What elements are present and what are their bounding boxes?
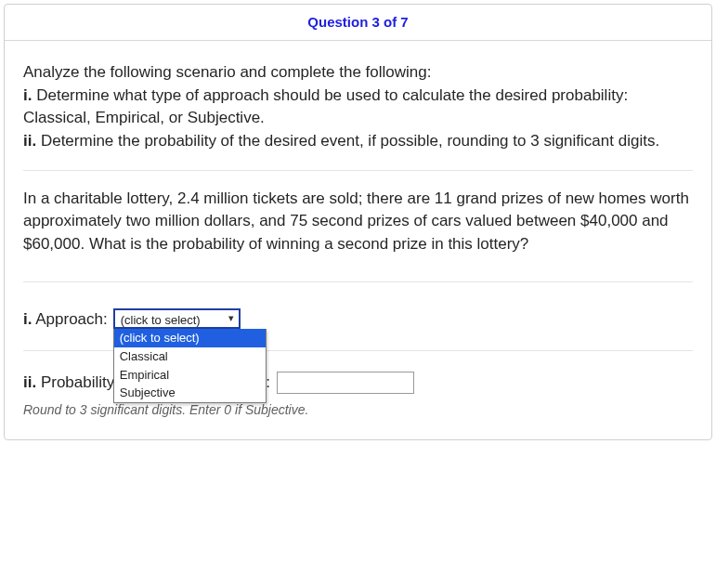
dropdown-option-empirical[interactable]: Empirical [114,366,266,385]
item-i-text: Determine what type of approach should b… [23,86,628,127]
instruction-item-i: i. Determine what type of approach shoul… [23,85,693,130]
instructions-intro: Analyze the following scenario and compl… [23,61,693,85]
approach-row: i. Approach: (click to select) ▾ (click … [23,308,693,332]
probability-input[interactable] [277,372,414,394]
dropdown-option-subjective[interactable]: Subjective [114,384,266,402]
probability-ii-label: ii. [23,373,36,391]
question-content: Analyze the following scenario and compl… [5,41,711,439]
item-ii-text: Determine the probability of the desired… [36,132,659,150]
dropdown-option-classical[interactable]: Classical [114,347,266,366]
chevron-down-icon: ▾ [228,312,234,327]
item-ii-label: ii. [23,132,36,150]
question-container: Question 3 of 7 Analyze the following sc… [4,4,712,440]
approach-select-value: (click to select) [121,313,201,327]
question-header: Question 3 of 7 [5,5,711,41]
instruction-item-ii: ii. Determine the probability of the des… [23,130,693,153]
approach-select-wrap: (click to select) ▾ (click to select) Cl… [113,308,241,329]
question-title: Question 3 of 7 [307,14,408,30]
scenario-text: In a charitable lottery, 2.4 million tic… [23,188,693,256]
scenario-section: In a charitable lottery, 2.4 million tic… [23,171,693,283]
approach-dropdown: (click to select) Classical Empirical Su… [113,329,267,402]
approach-label: Approach: [32,310,107,328]
approach-label-container: i. Approach: [23,308,108,332]
probability-label: Probability [36,373,114,391]
dropdown-option-placeholder[interactable]: (click to select) [114,329,266,347]
instructions-section: Analyze the following scenario and compl… [23,61,693,171]
approach-section: i. Approach: (click to select) ▾ (click … [23,282,693,351]
probability-hint: Round to 3 significant digits. Enter 0 i… [23,400,693,419]
approach-select[interactable]: (click to select) ▾ [113,308,241,329]
